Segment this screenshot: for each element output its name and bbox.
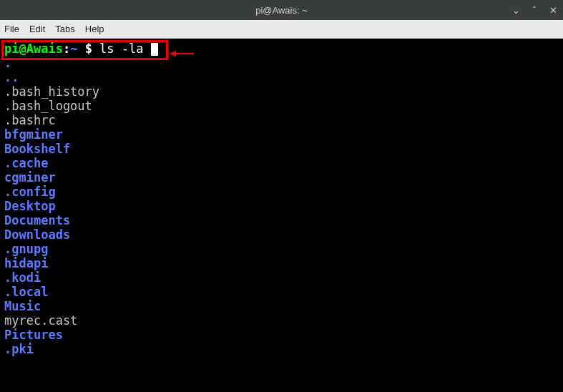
- file-entry: Pictures: [4, 328, 559, 342]
- file-entry: Documents: [4, 213, 559, 227]
- window-title: pi@Awais: ~: [255, 5, 308, 16]
- file-entry: Desktop: [4, 199, 559, 213]
- file-entry: .kodi: [4, 270, 559, 285]
- file-entry: bfgminer: [4, 127, 559, 142]
- menu-edit[interactable]: Edit: [29, 24, 45, 34]
- file-entry: .pki: [4, 342, 559, 356]
- file-entry: .bash_history: [4, 84, 559, 99]
- file-entry: ..: [4, 70, 559, 84]
- file-entry: hidapi: [4, 256, 559, 270]
- prompt-line: pi@Awais:~ $ ls -la: [4, 41, 158, 56]
- maximize-button[interactable]: ˆ: [529, 5, 540, 16]
- file-entry: .gnupg: [4, 242, 559, 256]
- file-entry: Music: [4, 299, 559, 313]
- menu-help[interactable]: Help: [85, 24, 104, 34]
- menu-tabs[interactable]: Tabs: [55, 24, 74, 34]
- close-button[interactable]: ✕: [547, 5, 559, 16]
- file-entry: Downloads: [4, 227, 559, 242]
- file-entry: .bashrc: [4, 113, 559, 127]
- file-entry: .: [4, 56, 559, 70]
- file-entry: .bash_logout: [4, 99, 559, 113]
- output-container: ....bash_history.bash_logout.bashrcbfgmi…: [4, 56, 559, 356]
- file-entry: .local: [4, 285, 559, 299]
- prompt-path: ~: [70, 41, 77, 56]
- file-entry: .cache: [4, 156, 559, 170]
- prompt-colon: :: [63, 41, 70, 56]
- prompt-dollar: $: [77, 41, 99, 56]
- terminal-output-area[interactable]: pi@Awais:~ $ ls -la ....bash_history.bas…: [0, 39, 563, 392]
- menubar: File Edit Tabs Help: [0, 20, 563, 39]
- minimize-button[interactable]: ⌄: [510, 5, 522, 16]
- menu-file[interactable]: File: [4, 24, 19, 34]
- file-entry: cgminer: [4, 170, 559, 185]
- window-controls: ⌄ ˆ ✕: [510, 5, 559, 16]
- prompt-user-host: pi@Awais: [4, 41, 63, 56]
- titlebar: pi@Awais: ~ ⌄ ˆ ✕: [0, 0, 563, 20]
- file-entry: .config: [4, 185, 559, 199]
- terminal-cursor: [151, 43, 158, 56]
- file-entry: Bookshelf: [4, 142, 559, 156]
- prompt-command: ls -la: [99, 41, 151, 56]
- file-entry: myrec.cast: [4, 313, 559, 328]
